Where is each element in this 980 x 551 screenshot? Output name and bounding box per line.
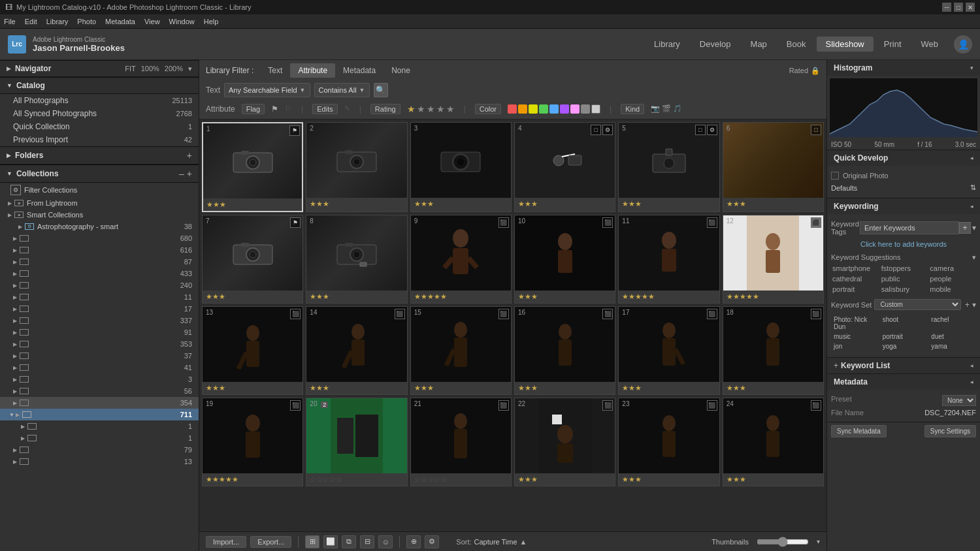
table-row[interactable]: ☆☆☆☆☆ 20 2 — [306, 398, 407, 486]
filter-rating-btn[interactable]: Rating — [370, 104, 400, 114]
kw-nick-dun[interactable]: Photo: Nick Dun — [831, 315, 879, 331]
collection-item-240[interactable]: ▶ 240 — [0, 279, 199, 291]
collection-from-lightroom[interactable]: ▶ ≡ From Lightroom — [0, 197, 199, 209]
table-row[interactable]: ★★★ 17 ⬛ — [618, 306, 719, 395]
import-button[interactable]: Import... — [206, 536, 246, 548]
collection-item-353[interactable]: ▶ 353 — [0, 338, 199, 350]
color-gray[interactable] — [581, 104, 590, 114]
kw-suggestion-smartphone[interactable]: smartphone — [831, 264, 879, 273]
kw-suggestion-people[interactable]: people — [928, 274, 976, 283]
kw-yoga[interactable]: yoga — [880, 342, 928, 351]
filter-color-btn[interactable]: Color — [475, 104, 501, 114]
view-extra1[interactable]: ⊕ — [406, 535, 421, 548]
table-row[interactable]: ★★★ 10 ⬛ — [514, 215, 615, 304]
navigator-section-header[interactable]: ▶ Navigator FIT 100% 200% ▾ — [0, 60, 199, 77]
preset-dropdown-icon[interactable]: ⇅ — [970, 183, 976, 192]
keyword-set-dropdown[interactable]: Custom — [874, 299, 961, 310]
preset-dropdown[interactable]: None — [942, 395, 976, 406]
filter-lock-icon[interactable]: 🔒 — [811, 67, 820, 75]
table-row[interactable]: ★★★★★ 9 ⬛ — [410, 215, 512, 304]
table-row[interactable]: ★★★ 16 ⬛ — [514, 306, 615, 395]
thumbnail-size-slider[interactable] — [757, 537, 809, 547]
table-row[interactable]: ★★★ 15 ⬛ — [410, 306, 512, 395]
color-red[interactable] — [508, 104, 517, 114]
menu-photo[interactable]: Photo — [77, 18, 96, 25]
collection-item-87[interactable]: ▶ 87 — [0, 256, 199, 268]
color-none[interactable] — [591, 104, 600, 114]
collection-item-1b[interactable]: ▶ 1 — [0, 432, 199, 444]
collections-minus-icon[interactable]: – — [179, 168, 184, 179]
navigator-fit[interactable]: FIT — [125, 65, 136, 73]
tab-slideshow[interactable]: Slideshow — [817, 37, 874, 52]
table-row[interactable]: ★★★ 5 □⚙ — [618, 122, 719, 212]
table-row[interactable]: ★★★ 1 ⚑ — [202, 122, 303, 212]
keyword-tags-input[interactable] — [860, 221, 959, 234]
collection-item-711[interactable]: ▼ ▶ 711 — [0, 409, 199, 420]
click-to-add[interactable]: Click here to add keywords — [831, 238, 976, 251]
tab-web[interactable]: Web — [912, 37, 948, 52]
collection-smart-collections[interactable]: ▶ ≡ Smart Collections — [0, 209, 199, 221]
table-row[interactable]: ★★★★★ 19 ⬛ — [202, 398, 303, 486]
photo-grid-area[interactable]: ★★★ 1 ⚑ ★★★ 2 ★★★ 3 — [199, 119, 826, 531]
catalog-item-quick[interactable]: Quick Collection 1 — [0, 120, 199, 133]
quick-develop-header[interactable]: Quick Develop ◂ — [827, 150, 980, 166]
folders-section-header[interactable]: ▶ Folders + — [0, 146, 199, 165]
collection-item-354[interactable]: ▶ 354 — [0, 397, 199, 409]
menu-view[interactable]: View — [144, 18, 160, 25]
collection-item-13[interactable]: ▶ 13 — [0, 456, 199, 467]
color-green[interactable] — [539, 104, 548, 114]
filter-kind-btn[interactable]: Kind — [621, 104, 644, 114]
menu-metadata[interactable]: Metadata — [105, 18, 135, 25]
collection-item-680[interactable]: ▶ 680 — [0, 232, 199, 244]
kw-yama[interactable]: yama — [928, 342, 976, 351]
collection-item-91[interactable]: ▶ 91 — [0, 326, 199, 338]
kw-suggestion-mobile[interactable]: mobile — [928, 285, 976, 294]
kw-suggestion-public[interactable]: public — [880, 274, 928, 283]
view-loupe-button[interactable]: ⬜ — [323, 535, 338, 548]
navigator-200[interactable]: 200% — [165, 65, 183, 73]
table-row[interactable]: ★★★ 23 ⬛ — [618, 398, 719, 486]
kw-suggestion-camera[interactable]: camera — [928, 264, 976, 273]
view-grid-button[interactable]: ⊞ — [305, 535, 319, 548]
export-button[interactable]: Export... — [250, 536, 291, 548]
table-row[interactable]: ★★★ 8 — [306, 215, 407, 304]
kw-shoot[interactable]: shoot — [880, 315, 928, 331]
kw-portrait[interactable]: portrait — [880, 332, 928, 341]
collection-item-433[interactable]: ▶ 433 — [0, 268, 199, 279]
menu-library[interactable]: Library — [46, 18, 69, 25]
menu-help[interactable]: Help — [204, 18, 219, 25]
folders-add-icon[interactable]: + — [187, 150, 192, 161]
filter-search-button[interactable]: 🔍 — [374, 83, 388, 97]
filter-tab-text[interactable]: Text — [260, 63, 290, 78]
kw-suggestion-fstoppers[interactable]: fstoppers — [880, 264, 928, 273]
kw-jon[interactable]: jon — [831, 342, 879, 351]
keywording-header[interactable]: Keywording ◂ — [827, 198, 980, 214]
kw-duet[interactable]: duet — [928, 332, 976, 341]
table-row[interactable]: ★★★ 3 — [410, 122, 512, 212]
collection-item-37[interactable]: ▶ 37 — [0, 350, 199, 362]
view-people-button[interactable]: ☺ — [378, 535, 393, 548]
table-row[interactable]: ★★★★★ 12 ⬛ — [723, 215, 824, 304]
navigator-100[interactable]: 100% — [141, 65, 159, 73]
menu-edit[interactable]: Edit — [25, 18, 37, 25]
view-survey-button[interactable]: ⊟ — [360, 535, 374, 548]
kw-set-options-icon[interactable]: ▾ — [972, 300, 976, 309]
thumb-size-down-icon[interactable]: ▾ — [817, 538, 820, 545]
keyword-add-btn[interactable]: + — [959, 222, 971, 234]
table-row[interactable]: ★★★ 22 ⬛ — [514, 398, 615, 486]
original-photo-checkbox[interactable] — [831, 172, 839, 180]
collection-item-3[interactable]: ▶ 3 — [0, 373, 199, 385]
table-row[interactable]: ★★★ 6 □ — [723, 122, 824, 212]
keyword-options-icon[interactable]: ▾ — [972, 223, 976, 232]
collections-add-icon[interactable]: + — [187, 168, 192, 179]
table-row[interactable]: ★★★★★ 11 ⬛ — [618, 215, 719, 304]
collection-item-56[interactable]: ▶ 56 — [0, 385, 199, 397]
menu-file[interactable]: File — [4, 18, 16, 25]
sync-metadata-button[interactable]: Sync Metadata — [831, 425, 887, 437]
table-row[interactable]: ★★★ 18 ⬛ — [723, 306, 824, 395]
view-extra2[interactable]: ⚙ — [425, 535, 439, 548]
kw-music[interactable]: music — [831, 332, 879, 341]
filter-tab-metadata[interactable]: Metadata — [335, 63, 384, 78]
maximize-button[interactable]: □ — [954, 3, 963, 12]
filter-contains-dropdown[interactable]: Contains All ▼ — [314, 83, 370, 97]
